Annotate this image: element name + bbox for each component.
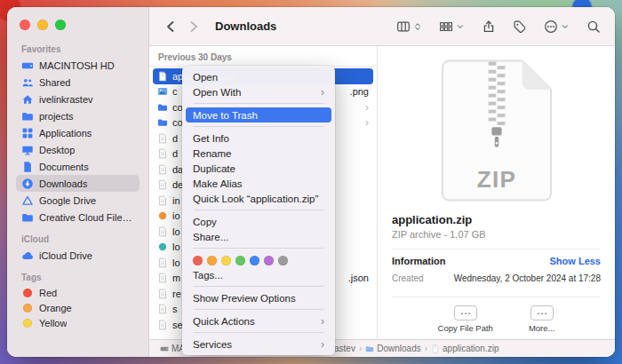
ellipsis-box-icon <box>530 305 554 320</box>
yellow-tag-dot-icon <box>23 319 32 328</box>
menu-separator <box>194 248 323 249</box>
sidebar-item-applications[interactable]: Applications <box>16 124 140 141</box>
folder-icon <box>157 117 168 128</box>
path-item-application-zip[interactable]: application.zip <box>431 344 498 353</box>
app-circle-icon <box>157 241 168 252</box>
folder-icon <box>157 102 168 113</box>
document-file-icon <box>157 148 168 159</box>
more-button[interactable]: More... <box>529 305 555 333</box>
home-icon <box>21 93 34 106</box>
menu-item-duplicate[interactable]: Duplicate <box>186 161 331 176</box>
folder-icon <box>21 211 34 224</box>
copy-file-path-button[interactable]: Copy File Path <box>438 305 493 333</box>
menu-separator <box>194 309 323 310</box>
disclosure-chevron-icon <box>365 116 369 129</box>
sidebar-item-creative-cloud[interactable]: Creative Cloud Files P... <box>16 209 140 226</box>
desktop-icon <box>21 144 34 156</box>
chevron-left-icon <box>163 20 178 34</box>
search-icon <box>586 20 601 34</box>
menu-separator <box>194 103 323 104</box>
sidebar-item-shared[interactable]: Shared <box>16 74 140 91</box>
document-icon <box>21 161 34 173</box>
internal-drive-icon <box>160 344 169 353</box>
share-icon <box>482 20 496 34</box>
menu-item-move-to-trash[interactable]: Move to Trash <box>186 107 331 123</box>
tag-icon <box>513 20 527 34</box>
more-actions-button[interactable] <box>542 18 571 36</box>
minimize-button[interactable] <box>37 20 48 30</box>
tags-button[interactable] <box>511 18 529 36</box>
sidebar-item-home[interactable]: ivelinkrastev <box>16 91 140 107</box>
menu-item-get-info[interactable]: Get Info <box>186 131 331 146</box>
zip-file-preview-icon: ZIP <box>430 59 563 202</box>
menu-item-show-preview-options[interactable]: Show Preview Options <box>186 290 331 305</box>
path-item-downloads[interactable]: Downloads <box>365 344 420 353</box>
yellow-tag-dot[interactable] <box>221 256 231 265</box>
google-drive-icon <box>21 194 34 207</box>
created-value: Wednesday, 2 October 2024 at 17:28 <box>454 273 601 283</box>
sidebar-section-icloud: iCloud <box>21 234 134 244</box>
menu-item-copy[interactable]: Copy <box>186 214 331 229</box>
document-file-icon <box>157 304 168 314</box>
menu-item-quick-look[interactable]: Quick Look “application.zip” <box>186 191 331 206</box>
document-file-icon <box>157 273 168 283</box>
context-menu: Open Open With Move to Trash Get Info Re… <box>182 66 335 355</box>
zip-file-icon <box>431 344 440 353</box>
window-title: Downloads <box>215 20 276 33</box>
applications-grid-icon <box>21 127 34 139</box>
sidebar-item-tag-red[interactable]: Red <box>16 285 140 300</box>
disclosure-chevron-icon <box>365 101 369 114</box>
sidebar-item-downloads[interactable]: Downloads <box>16 175 140 192</box>
menu-separator <box>194 126 323 127</box>
gray-tag-dot[interactable] <box>278 256 288 265</box>
sort-updown-icon <box>413 22 422 31</box>
menu-item-open[interactable]: Open <box>186 69 331 84</box>
show-less-link[interactable]: Show Less <box>550 256 601 266</box>
zoom-button[interactable] <box>55 20 66 30</box>
menu-separator <box>194 332 323 333</box>
sidebar-item-icloud-drive[interactable]: iCloud Drive <box>16 247 140 264</box>
path-separator-icon <box>425 344 427 353</box>
sidebar: Favorites MACINTOSH HD Shared ivelinkras… <box>7 7 149 357</box>
close-button[interactable] <box>20 20 30 30</box>
sidebar-item-tag-yellow[interactable]: Yellow <box>16 315 140 330</box>
red-tag-dot-icon <box>23 289 32 297</box>
purple-tag-dot[interactable] <box>264 256 274 265</box>
document-file-icon <box>157 179 168 190</box>
menu-item-tags[interactable]: Tags... <box>186 267 331 282</box>
blue-tag-dot[interactable] <box>250 256 259 265</box>
menu-item-share[interactable]: Share... <box>186 229 331 244</box>
search-button[interactable] <box>585 18 602 36</box>
back-button[interactable] <box>162 18 179 36</box>
toolbar: Downloads <box>149 7 615 46</box>
downloads-icon <box>21 178 34 190</box>
view-style-button[interactable] <box>395 18 424 36</box>
menu-item-quick-actions[interactable]: Quick Actions <box>186 313 331 328</box>
window-controls <box>20 20 140 30</box>
preview-actions: Copy File Path More... <box>392 297 601 336</box>
finder-window: Favorites MACINTOSH HD Shared ivelinkras… <box>7 7 615 357</box>
green-tag-dot[interactable] <box>235 256 245 265</box>
toolbar-actions <box>395 18 602 36</box>
forward-button[interactable] <box>185 18 203 36</box>
sidebar-item-projects[interactable]: projects <box>16 107 140 124</box>
sidebar-item-google-drive[interactable]: Google Drive <box>16 192 140 209</box>
share-button[interactable] <box>480 18 498 36</box>
orange-tag-dot[interactable] <box>207 256 217 265</box>
red-tag-dot[interactable] <box>193 256 203 265</box>
document-file-icon <box>157 226 168 237</box>
internal-drive-icon <box>21 59 34 72</box>
sidebar-item-tag-orange[interactable]: Orange <box>16 300 140 315</box>
document-file-icon <box>157 320 168 330</box>
menu-item-open-with[interactable]: Open With <box>186 84 331 99</box>
sidebar-item-documents[interactable]: Documents <box>16 158 140 175</box>
sidebar-item-desktop[interactable]: Desktop <box>16 141 140 158</box>
menu-item-services[interactable]: Services <box>186 336 331 352</box>
desktop-background: Favorites MACINTOSH HD Shared ivelinkras… <box>0 0 622 364</box>
image-file-icon <box>157 86 168 97</box>
sidebar-item-macintosh-hd[interactable]: MACINTOSH HD <box>16 57 140 74</box>
menu-item-make-alias[interactable]: Make Alias <box>186 176 331 191</box>
folder-icon <box>365 344 374 353</box>
group-by-button[interactable] <box>437 18 466 36</box>
menu-item-rename[interactable]: Rename <box>186 146 331 161</box>
